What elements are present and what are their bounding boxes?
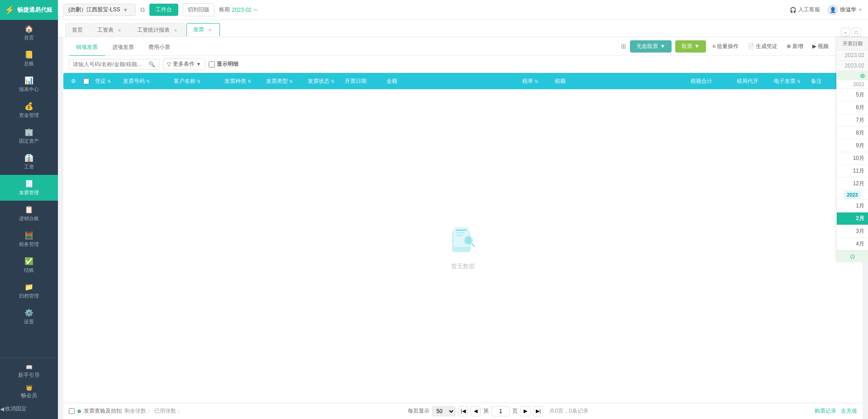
period-edit-icon[interactable]: ✏ [253,7,258,13]
next-page-button[interactable]: ▶ [520,406,530,416]
first-page-button[interactable]: |◀ [458,406,468,416]
sidebar-item-ledger[interactable]: 📒 总账 [0,46,58,72]
sidebar-label-tax: 税务管理 [19,241,39,248]
sidebar-item-guide[interactable]: 📖 新手引导 [0,361,58,382]
ticket-button[interactable]: 取票 ▼ [675,40,706,53]
sidebar-label-reports: 报表中心 [19,86,39,93]
month-4[interactable]: 4月 [837,238,868,250]
th-inv-no[interactable]: 发票号码 ⇅ [120,77,170,85]
month-2-active[interactable]: 2月 [837,212,868,225]
period-value: 2023-02 [232,7,252,13]
sidebar-item-invoice[interactable]: 🧾 发票管理 [0,175,58,201]
buy-record-link[interactable]: 购票记录 [815,407,836,415]
month-3[interactable]: 3月 [837,225,868,238]
sidebar-item-tax[interactable]: 🧮 税务管理 [0,226,58,252]
video-button[interactable]: ▶ 视频 [810,41,831,52]
date-panel-collapse-icon[interactable]: ⊙ [850,253,855,260]
last-page-button[interactable]: ▶| [533,406,543,416]
month-6[interactable]: 6月 [837,101,868,114]
bottom-links: 购票记录 去充值 [815,407,857,415]
assets-icon: 🏢 [24,128,33,136]
member-label: 畅会员 [21,392,37,400]
th-rate[interactable]: 税率 ⇅ [520,77,551,85]
th-check[interactable] [81,78,91,84]
search-input[interactable] [73,61,147,67]
check-verify-checkbox[interactable] [69,408,75,414]
subtab-actions: ⊞ 无血取票 ▼ 取票 ▼ ≡ 批量操作 📄 生成凭 [621,40,857,53]
company-selector[interactable]: (勿删）江西股宝-LSS ▼ [63,4,136,16]
tab-payroll-stats[interactable]: 工资统计报表 × [130,23,186,37]
empty-text: 暂无数据 [451,262,475,270]
month-1[interactable]: 1月 [837,200,868,212]
tab-payroll-stats-close[interactable]: × [172,27,179,34]
sidebar-item-sales[interactable]: 📋 进销台账 [0,201,58,226]
sidebar-collapse[interactable]: ◀ 收消固定 [0,402,58,415]
th-inv-status[interactable]: 发票状态 ⇅ [305,77,341,85]
maximize-button[interactable]: □ [852,28,861,37]
sidebar-item-assets[interactable]: 🏢 固定资产 [0,123,58,149]
copy-icon[interactable]: ⧉ [140,6,145,14]
sidebar-label-assets: 固定资产 [19,138,39,144]
subtab-sales[interactable]: 销项发票 [69,39,105,56]
month-5[interactable]: 5月 [837,89,868,101]
th-inv-class[interactable]: 发票类型 ⇅ [263,77,304,85]
th-e-inv[interactable]: 电子发票 ⇅ [771,77,807,85]
batch-op-button[interactable]: ≡ 批量操作 [710,41,741,52]
sidebar-item-archive[interactable]: 📁 归档管理 [0,278,58,304]
service-link[interactable]: 🎧 人工客服 [790,6,820,14]
subtab-row: 销项发票 进项发票 费用小票 ⊞ 无血取票 ▼ [63,37,863,56]
sidebar-item-home[interactable]: 🏠 首页 [0,20,58,46]
user-area[interactable]: 👤 徐溢华 ▼ [827,5,863,15]
generate-voucher-button[interactable]: 📄 生成凭证 [745,41,780,52]
minimize-button[interactable]: – [841,28,850,37]
month-10[interactable]: 10月 [837,152,868,165]
page-input[interactable] [491,406,510,416]
avatar-icon: 👤 [830,7,836,13]
inv-status-sort-icon: ⇅ [331,79,334,84]
th-inv-type[interactable]: 发票种类 ⇅ [222,77,262,85]
tab-invoice[interactable]: 发票 × [186,23,220,37]
bottom-bar: 发票查验及抬扣 剩余张数： 已用张数： 每页显示 50 100 200 |◀ ◀… [63,403,863,419]
month-12[interactable]: 12月 [837,178,868,190]
settings-icon: ⚙️ [24,308,33,317]
select-all-checkbox[interactable] [83,78,89,84]
tab-invoice-close[interactable]: × [207,27,213,33]
th-voucher-label: 凭证 [95,77,106,85]
tab-payroll[interactable]: 工资表 × [91,23,129,37]
sidebar-item-payroll[interactable]: 👔 工资 [0,149,58,175]
sidebar-item-member[interactable]: 👑 畅会员 [0,382,58,402]
th-customer[interactable]: 客户名称 ⇅ [171,77,221,85]
subtab-sales-label: 销项发票 [76,43,98,51]
month-7[interactable]: 7月 [837,114,868,127]
sidebar-item-close[interactable]: ✅ 结账 [0,252,58,278]
workspace-button[interactable]: 工作台 [149,4,178,16]
no-ticket-button[interactable]: 无血取票 ▼ [630,40,672,53]
sidebar-item-settings[interactable]: ⚙️ 设置 [0,304,58,330]
subtab-purchase[interactable]: 进项发票 [105,39,141,56]
recharge-link[interactable]: 去充值 [841,407,857,415]
show-detail-checkbox[interactable] [209,61,215,67]
more-conditions-button[interactable]: ▽ 更多条件 ▼ [163,58,205,70]
tab-home[interactable]: 首页 [65,23,90,37]
subtab-expense[interactable]: 费用小票 [141,39,177,56]
voucher-sort-icon: ⇅ [107,79,111,84]
date-panel: 开票日期 2023.02 2023.02 ⊕ 2022 5月 6月 7月 8月 … [836,37,868,262]
prev-page-button[interactable]: ◀ [471,406,481,416]
grid-view-icon[interactable]: ⊞ [621,43,626,50]
expand-icon[interactable]: ⊕ [860,72,865,79]
month-11[interactable]: 11月 [837,165,868,178]
sidebar-item-reports[interactable]: 📊 报表中心 [0,72,58,97]
page-size-select[interactable]: 50 100 200 [432,406,455,416]
check-label: 发票查验及抬扣 [84,407,122,415]
tab-payroll-close[interactable]: × [116,27,123,34]
th-amount: 金额 [384,77,519,85]
month-8[interactable]: 8月 [837,127,868,140]
th-voucher[interactable]: 凭证 ⇅ [92,77,119,85]
sidebar-item-funds[interactable]: 💰 资金管理 [0,97,58,123]
no-ticket-label: 无血取票 [636,43,658,50]
page-unit: 页 [512,407,518,415]
show-detail-label[interactable]: 显示明细 [209,60,238,68]
old-version-button[interactable]: 切到旧版 [183,3,215,16]
month-9[interactable]: 9月 [837,140,868,152]
new-button[interactable]: ⊕ 新增 [784,41,806,52]
